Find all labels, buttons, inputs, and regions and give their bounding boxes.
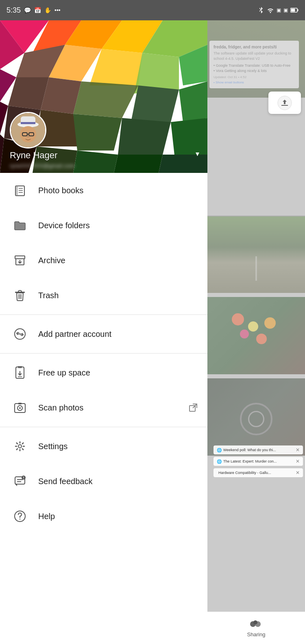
svg-point-77 [20, 519, 20, 520]
add-partner-label: Add partner account [38, 330, 111, 339]
svg-point-75 [23, 478, 24, 478]
svg-marker-34 [114, 155, 163, 173]
notification-card-2: 🌐 The Latest: Expert: Murder con... ✕ [214, 457, 303, 466]
photo-books-label: Photo books [38, 186, 83, 195]
free-space-icon [10, 366, 30, 379]
svg-marker-35 [159, 155, 207, 173]
menu-item-trash[interactable]: Trash [0, 278, 207, 313]
drawer: Ryne Hager ryneXXXXXX@gmail.com ▾ Photo … [0, 0, 207, 644]
user-email: ryneXXXXXX@gmail.com [10, 163, 75, 169]
menu-item-help[interactable]: Help [0, 499, 207, 534]
trash-label: Trash [38, 291, 59, 300]
signal2-icon: ▣ [283, 7, 288, 13]
status-bar: 5:35 💬 📅 ✋ ••• ▣ ▣ [0, 0, 305, 20]
avatar[interactable] [10, 112, 46, 148]
partner-icon [10, 328, 30, 340]
scan-icon [10, 402, 30, 413]
avatar-image [11, 113, 45, 147]
free-space-label: Free up space [38, 368, 90, 378]
svg-marker-27 [73, 114, 122, 151]
scan-photos-label: Scan photos [38, 403, 83, 413]
menu-item-settings[interactable]: Settings [0, 429, 207, 464]
help-label: Help [38, 512, 55, 521]
svg-point-69 [18, 445, 22, 448]
battery-icon [290, 8, 298, 13]
notification-icon: 💬 [24, 7, 31, 13]
menu-item-free-space[interactable]: Free up space [0, 355, 207, 390]
touch-icon: ✋ [44, 7, 51, 13]
svg-point-45 [27, 136, 29, 138]
feedback-icon [10, 475, 30, 487]
notification-card-1: 🌐 Weekend poll: What do you thi... ✕ [214, 445, 303, 454]
status-time: 5:35 [7, 6, 21, 15]
svg-marker-29 [171, 118, 207, 159]
user-name: Ryne Hager [10, 150, 57, 161]
divider-2 [0, 353, 207, 354]
signal-icon: ▣ [277, 7, 281, 13]
trash-icon [10, 289, 30, 301]
upload-button[interactable] [268, 92, 301, 114]
svg-marker-33 [73, 151, 118, 173]
archive-label: Archive [38, 256, 65, 265]
menu-item-feedback[interactable]: Send feedback [0, 464, 207, 499]
svg-marker-28 [118, 118, 171, 155]
external-link-icon [189, 403, 198, 412]
svg-marker-23 [179, 81, 207, 122]
sharing-bar[interactable]: Sharing [207, 611, 305, 644]
svg-rect-66 [18, 403, 22, 404]
svg-point-6 [253, 620, 257, 624]
menu-item-scan-photos[interactable]: Scan photos [0, 390, 207, 425]
menu-item-add-partner[interactable]: Add partner account [0, 317, 207, 351]
drawer-header: Ryne Hager ryneXXXXXX@gmail.com ▾ [0, 20, 207, 173]
photo-books-icon [10, 184, 30, 196]
more-icon: ••• [54, 7, 61, 13]
sharing-label: Sharing [247, 631, 266, 637]
help-icon [10, 510, 30, 522]
device-folders-icon [10, 220, 30, 231]
svg-rect-47 [15, 186, 18, 196]
svg-rect-40 [21, 122, 35, 124]
svg-rect-2 [291, 9, 295, 12]
dropdown-arrow-icon[interactable]: ▾ [196, 149, 199, 158]
device-folders-label: Device folders [38, 221, 90, 230]
svg-rect-1 [298, 9, 298, 11]
svg-rect-51 [15, 256, 25, 259]
svg-point-65 [19, 407, 21, 409]
bluetooth-icon [258, 7, 264, 14]
feedback-label: Send feedback [38, 477, 92, 486]
menu-item-archive[interactable]: Archive [0, 243, 207, 278]
divider-1 [0, 314, 207, 315]
wifi-icon [267, 7, 274, 13]
svg-marker-21 [73, 81, 138, 118]
settings-icon [10, 440, 30, 452]
menu-list: Photo books Device folders Archive [0, 173, 207, 644]
calendar-icon: 📅 [34, 7, 41, 13]
divider-3 [0, 427, 207, 427]
notification-card-3: Hardware Compatibility - Gallu... ✕ [214, 468, 303, 477]
menu-item-photo-books[interactable]: Photo books [0, 173, 207, 208]
archive-icon [10, 254, 30, 266]
settings-label: Settings [38, 442, 68, 451]
menu-item-device-folders[interactable]: Device folders [0, 208, 207, 243]
